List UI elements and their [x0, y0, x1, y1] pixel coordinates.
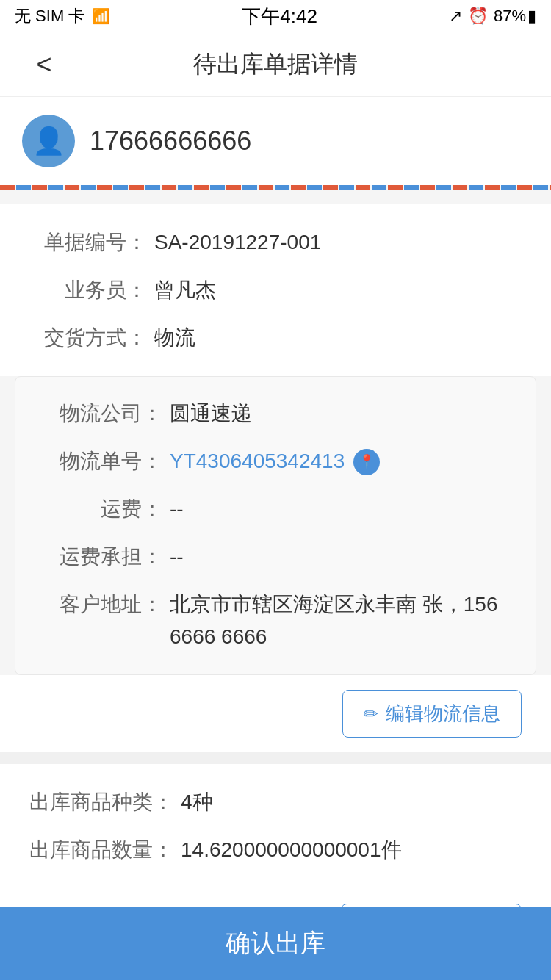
- status-left: 无 SIM 卡 📶: [15, 5, 110, 27]
- tracking-value: YT43064053424​13 📍: [170, 445, 506, 478]
- page-title: 待出库单据详情: [193, 48, 358, 81]
- back-button[interactable]: <: [22, 49, 66, 80]
- logistics-company-value: 圆通速递: [170, 397, 506, 430]
- edit-logistics-button[interactable]: ✏ 编辑物流信息: [342, 690, 522, 738]
- avatar: 👤: [22, 115, 75, 167]
- dashed-divider: [0, 185, 551, 190]
- address-row: 客户地址： 北京市市辖区海淀区永丰南 张，156 6666 6666: [45, 588, 506, 655]
- address-value: 北京市市辖区海淀区永丰南 张，156 6666 6666: [170, 588, 506, 655]
- back-icon: <: [36, 49, 51, 80]
- goods-quantity-label: 出库商品数量：: [29, 834, 173, 867]
- freight-value: --: [170, 493, 506, 526]
- freight-bear-row: 运费承担： --: [45, 541, 506, 574]
- freight-bear-label: 运费承担：: [45, 541, 162, 574]
- goods-quantity-value: 14.620000000000001件: [181, 834, 522, 867]
- order-info-section: 单据编号： SA-20191227-001 业务员： 曾凡杰 交货方式： 物流: [0, 204, 551, 376]
- order-no-row: 单据编号： SA-20191227-001: [29, 226, 522, 259]
- order-no-label: 单据编号：: [29, 226, 147, 259]
- battery-percent: 87%: [494, 7, 526, 26]
- address-label: 客户地址：: [45, 588, 162, 621]
- delivery-method-label: 交货方式：: [29, 322, 147, 355]
- edit-logistics-label: 编辑物流信息: [386, 701, 500, 727]
- user-phone: 17666666666: [90, 126, 251, 156]
- tracking-label: 物流单号：: [45, 445, 162, 478]
- edit-icon: ✏: [364, 704, 378, 724]
- freight-label: 运费：: [45, 493, 162, 526]
- carrier-label: 无 SIM 卡: [15, 5, 84, 27]
- logistics-card: 物流公司： 圆通速递 物流单号： YT43064053424​13 📍 运费： …: [15, 376, 536, 675]
- goods-section: 出库商品种类： 4种 出库商品数量： 14.620000000000001件: [0, 764, 551, 889]
- logistics-company-row: 物流公司： 圆通速递: [45, 397, 506, 430]
- freight-row: 运费： --: [45, 493, 506, 526]
- edit-logistics-area: ✏ 编辑物流信息: [0, 675, 551, 752]
- battery-icon: ▮: [527, 7, 536, 26]
- salesman-row: 业务员： 曾凡杰: [29, 274, 522, 307]
- confirm-button[interactable]: 确认出库: [0, 907, 551, 980]
- salesman-value: 曾凡杰: [154, 274, 522, 307]
- battery-indicator: 87% ▮: [494, 7, 536, 26]
- salesman-label: 业务员：: [29, 274, 147, 307]
- goods-quantity-row: 出库商品数量： 14.620000000000001件: [29, 834, 522, 867]
- freight-bear-value: --: [170, 541, 506, 574]
- delivery-method-value: 物流: [154, 322, 522, 355]
- delivery-method-row: 交货方式： 物流: [29, 322, 522, 355]
- section-separator: [0, 752, 551, 764]
- status-bar: 无 SIM 卡 📶 下午4:42 ↗ ⏰ 87% ▮: [0, 0, 551, 32]
- status-time: 下午4:42: [242, 4, 317, 29]
- goods-types-value: 4种: [181, 786, 522, 819]
- tracking-no-text: YT43064053424​13: [170, 445, 345, 478]
- location-icon[interactable]: 📍: [353, 449, 380, 475]
- order-no-value: SA-20191227-001: [154, 226, 522, 259]
- goods-types-label: 出库商品种类：: [29, 786, 173, 819]
- logistics-company-label: 物流公司：: [45, 397, 162, 430]
- wifi-icon: 📶: [92, 7, 110, 25]
- tracking-row: 物流单号： YT43064053424​13 📍: [45, 445, 506, 478]
- location-status-icon: ↗: [449, 7, 462, 26]
- user-header: 👤 17666666666: [0, 97, 551, 185]
- goods-types-row: 出库商品种类： 4种: [29, 786, 522, 819]
- nav-bar: < 待出库单据详情: [0, 32, 551, 97]
- alarm-icon: ⏰: [468, 7, 488, 26]
- status-right: ↗ ⏰ 87% ▮: [449, 7, 536, 26]
- confirm-button-label: 确认出库: [226, 926, 325, 960]
- avatar-icon: 👤: [32, 126, 65, 156]
